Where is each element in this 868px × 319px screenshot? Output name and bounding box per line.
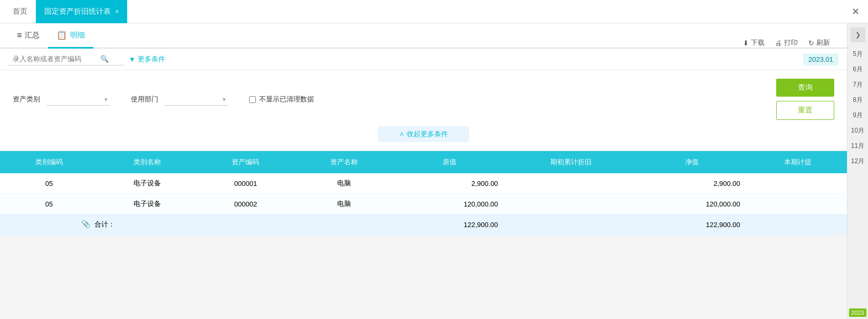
data-table-wrap: 类别编码 类别名称 资产编码 资产名称 原值 期初累计折旧 净值 本期计提 05… (0, 151, 847, 235)
cell-asset-code: 000001 (196, 173, 294, 194)
cell-asset-name: 电脑 (295, 194, 393, 214)
sidebar-expand-arrow[interactable]: ❯ (851, 27, 865, 42)
col-asset-name: 资产名称 (295, 151, 393, 173)
download-button[interactable]: ⬇ 下载 (743, 38, 765, 48)
search-input[interactable] (13, 55, 97, 63)
month-item[interactable]: 12月 (851, 154, 864, 169)
use-department-select[interactable] (165, 93, 228, 106)
col-current-depreciation: 本期计提 (749, 151, 847, 173)
cell-category-code: 05 (0, 194, 98, 214)
filter-label: 更多条件 (138, 54, 165, 64)
more-filter-button[interactable]: ▼ 更多条件 (129, 54, 165, 64)
month-item[interactable]: 7月 (851, 77, 864, 92)
total-original-value: 122,900.00 (393, 214, 507, 235)
cell-category-code: 05 (0, 173, 98, 194)
total-label: 合计： (94, 220, 115, 228)
col-category-name: 类别名称 (98, 151, 196, 173)
total-row: 📎 合计： 122,900.00 122,900.00 (0, 214, 847, 235)
total-icon: 📎 (81, 220, 90, 228)
asset-category-select[interactable] (46, 93, 110, 106)
search-icon: 🔍 (100, 55, 109, 63)
date-indicator: 2023.01 (803, 53, 838, 65)
col-original-value: 原值 (393, 151, 507, 173)
no-cleared-field: 不显示已清理数据 (249, 95, 314, 104)
refresh-button[interactable]: ↻ 刷新 (808, 38, 830, 48)
tab-detail[interactable]: 📋 明细 (48, 23, 93, 49)
search-bar: 🔍 ▼ 更多条件 2023.01 (0, 49, 847, 70)
query-button[interactable]: 查询 (776, 79, 834, 97)
no-cleared-checkbox[interactable] (249, 96, 256, 103)
table-row: 05 电子设备 000002 电脑 120,000.00 120,000.00 (0, 194, 847, 214)
detail-icon: 📋 (56, 30, 67, 40)
cell-net-value: 2,900.00 (635, 173, 749, 194)
summary-icon: ≡ (17, 31, 22, 40)
month-item[interactable]: 6月 (851, 62, 864, 77)
table-row: 05 电子设备 000001 电脑 2,900.00 2,900.00 (0, 173, 847, 194)
chevron-up-icon: ∧ (399, 130, 407, 138)
cell-asset-name: 电脑 (295, 173, 393, 194)
month-item[interactable]: 10月 (851, 123, 864, 138)
col-category-code: 类别编码 (0, 151, 98, 173)
cell-original-value: 120,000.00 (393, 194, 507, 214)
home-link[interactable]: 首页 (8, 7, 32, 16)
print-label: 打印 (784, 38, 798, 48)
refresh-icon: ↻ (808, 39, 814, 47)
print-button[interactable]: 🖨 打印 (775, 38, 798, 48)
month-item[interactable]: 9月 (851, 108, 864, 123)
col-asset-code: 资产编码 (196, 151, 294, 173)
use-department-label: 使用部门 (131, 95, 160, 104)
sub-tab-bar: ≡ 汇总 📋 明细 ⬇ 下载 🖨 打印 ↻ 刷新 (0, 23, 847, 49)
cell-asset-code: 000002 (196, 194, 294, 214)
total-asset-code (196, 214, 294, 235)
right-sidebar: ❯ 5月6月7月8月9月10月11月12月 2023 (847, 23, 868, 319)
total-net-value: 122,900.00 (635, 214, 749, 235)
refresh-label: 刷新 (816, 38, 830, 48)
filter-buttons: 查询 重置 (776, 79, 834, 120)
total-label-cell: 📎 合计： (0, 214, 196, 235)
download-label: 下载 (751, 38, 765, 48)
tab-summary-label: 汇总 (25, 31, 40, 40)
use-department-field: 使用部门 (131, 93, 228, 106)
tab-detail-label: 明细 (70, 31, 85, 40)
search-input-wrap: 🔍 (8, 53, 125, 65)
filter-icon: ▼ (129, 55, 136, 63)
collapse-more-button[interactable]: ∧ 收起更多条件 (378, 126, 469, 142)
col-net-value: 净值 (635, 151, 749, 173)
cell-current-depreciation (749, 194, 847, 214)
reset-button[interactable]: 重置 (776, 101, 834, 120)
asset-category-field: 资产类别 (13, 93, 110, 106)
cell-category-name: 电子设备 (98, 173, 196, 194)
month-item[interactable]: 5月 (851, 46, 864, 62)
asset-category-label: 资产类别 (13, 95, 42, 104)
month-item[interactable]: 11月 (851, 138, 864, 154)
cell-net-value: 120,000.00 (635, 194, 749, 214)
total-current-depreciation (749, 214, 847, 235)
window-close-icon[interactable]: ✕ (852, 6, 860, 17)
print-icon: 🖨 (775, 39, 782, 47)
cell-original-value: 2,900.00 (393, 173, 507, 194)
no-cleared-label: 不显示已清理数据 (259, 95, 314, 104)
cell-accum-depreciation (507, 173, 635, 194)
year-badge: 2023 (849, 308, 866, 317)
active-tab[interactable]: 固定资产折旧统计表 × (36, 0, 127, 23)
cell-current-depreciation (749, 173, 847, 194)
filter-section: 资产类别 使用部门 (0, 70, 847, 151)
col-accum-depreciation: 期初累计折旧 (507, 151, 635, 173)
tab-close-icon[interactable]: × (115, 8, 119, 15)
tab-label: 固定资产折旧统计表 (44, 7, 111, 16)
download-icon: ⬇ (743, 39, 749, 47)
month-item[interactable]: 8月 (851, 92, 864, 108)
total-asset-name (295, 214, 393, 235)
cell-category-name: 电子设备 (98, 194, 196, 214)
data-table: 类别编码 类别名称 资产编码 资产名称 原值 期初累计折旧 净值 本期计提 05… (0, 151, 847, 235)
tab-summary[interactable]: ≡ 汇总 (8, 23, 48, 49)
total-accum-depreciation (507, 214, 635, 235)
cell-accum-depreciation (507, 194, 635, 214)
